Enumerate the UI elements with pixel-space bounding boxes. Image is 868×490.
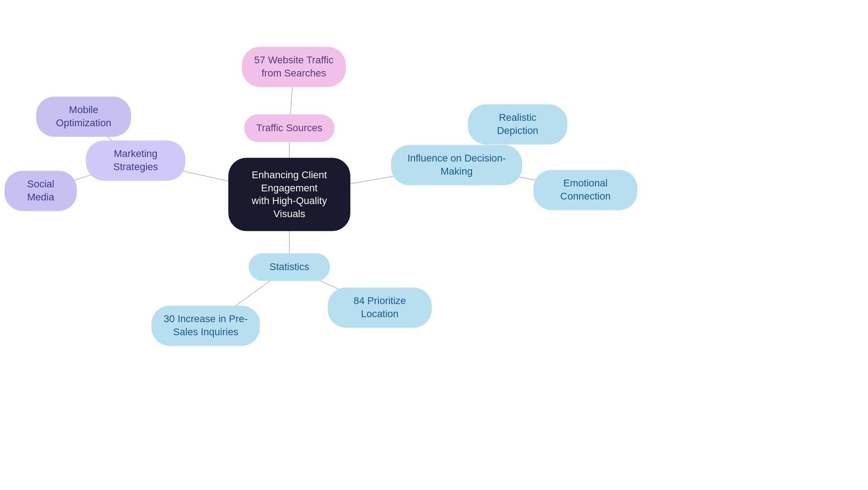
connections-svg (0, 0, 868, 490)
statistics-node[interactable]: Statistics (249, 253, 330, 281)
center-node[interactable]: Enhancing Client Engagement with High-Qu… (228, 158, 350, 231)
website-traffic-label: 57 Website Traffic from Searches (253, 54, 335, 80)
traffic-sources-label: Traffic Sources (256, 122, 323, 135)
statistics-label: Statistics (269, 261, 309, 274)
prioritize-location-node[interactable]: 84 Prioritize Location (328, 287, 432, 328)
realistic-depiction-node[interactable]: Realistic Depiction (468, 104, 567, 144)
mind-map: Enhancing Client Engagement with High-Qu… (0, 0, 868, 490)
website-traffic-node[interactable]: 57 Website Traffic from Searches (242, 47, 346, 87)
mobile-optimization-label: Mobile Optimization (47, 104, 120, 129)
traffic-sources-node[interactable]: Traffic Sources (244, 114, 335, 142)
marketing-strategies-label: Marketing Strategies (97, 147, 175, 173)
social-media-node[interactable]: Social Media (5, 171, 77, 211)
influence-decision-label: Influence on Decision-Making (402, 152, 511, 178)
prioritize-location-label: 84 Prioritize Location (339, 295, 421, 320)
influence-decision-node[interactable]: Influence on Decision-Making (391, 145, 522, 185)
emotional-connection-node[interactable]: Emotional Connection (533, 170, 637, 210)
emotional-connection-label: Emotional Connection (544, 177, 627, 203)
social-media-label: Social Media (15, 178, 66, 204)
realistic-depiction-label: Realistic Depiction (479, 111, 557, 137)
pre-sales-label: 30 Increase in Pre-Sales Inquiries (162, 313, 249, 338)
pre-sales-node[interactable]: 30 Increase in Pre-Sales Inquiries (151, 305, 260, 346)
mobile-optimization-node[interactable]: Mobile Optimization (36, 96, 131, 137)
center-node-label: Enhancing Client Engagement with High-Qu… (241, 169, 338, 220)
marketing-strategies-node[interactable]: Marketing Strategies (86, 140, 185, 181)
